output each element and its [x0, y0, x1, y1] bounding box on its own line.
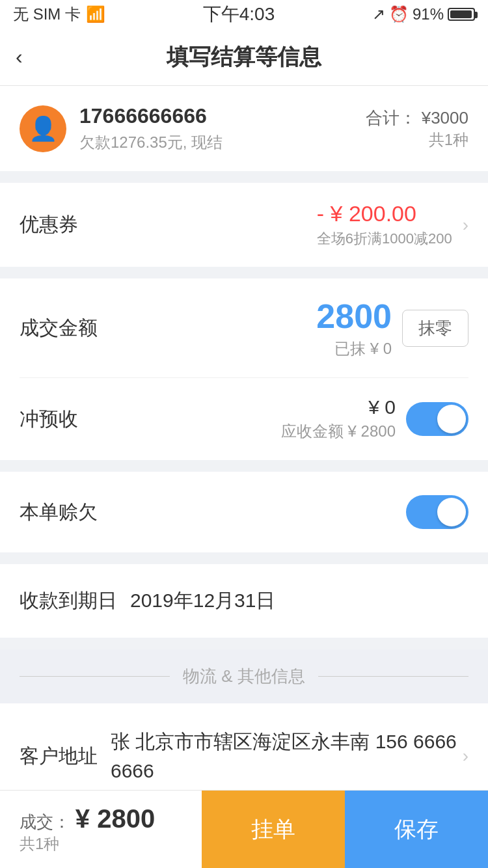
footer-deal-amount: ¥ 2800	[75, 804, 155, 833]
coupon-section: 优惠券 - ¥ 200.00 全场6折满1000减200 ›	[0, 183, 488, 267]
customer-debt: 欠款1276.35元, 现结	[79, 132, 223, 153]
wifi-icon: 📶	[86, 5, 105, 23]
nav-bar: ‹ 填写结算等信息	[0, 29, 488, 86]
due-row: 收款到期日 2019年12月31日	[20, 564, 468, 638]
divider-line-left	[20, 676, 170, 677]
avatar-icon: 👤	[29, 115, 58, 142]
prepay-toggle[interactable]	[406, 402, 468, 436]
round-button[interactable]: 抹零	[402, 310, 468, 347]
transaction-label: 成交金额	[20, 315, 98, 342]
footer-info: 成交： ¥ 2800 共1种	[0, 804, 202, 854]
status-left: 无 SIM 卡 📶	[13, 4, 105, 25]
due-date-value: 2019年12月31日	[130, 588, 275, 614]
coupon-label: 优惠券	[20, 211, 78, 238]
debit-toggle[interactable]	[406, 495, 468, 529]
avatar: 👤	[20, 105, 66, 152]
footer-deal-label: 成交：	[20, 812, 70, 832]
logistics-divider: 物流 & 其他信息	[0, 649, 488, 703]
address-value: 张 北京市市辖区海淀区永丰南 156 6666 6666	[111, 727, 463, 785]
address-chevron-icon: ›	[463, 746, 468, 766]
debit-section: 本单赊欠	[0, 472, 488, 552]
prepay-label: 冲预收	[20, 406, 78, 433]
footer-deal-row: 成交： ¥ 2800	[20, 804, 182, 834]
location-icon: ↗	[372, 5, 385, 23]
battery-percent: 91%	[413, 5, 444, 23]
amount-section: 成交金额 2800 已抹 ¥ 0 抹零 冲预收 ¥ 0 应收金额 ¥ 2800	[0, 278, 488, 460]
total-amount: ¥3000	[422, 108, 468, 128]
prepay-amount: ¥ 0	[281, 396, 396, 418]
alarm-icon: ⏰	[389, 5, 409, 23]
customer-info: 17666666666 欠款1276.35元, 现结	[79, 104, 223, 153]
debit-label: 本单赊欠	[20, 499, 98, 526]
total-label: 合计： ¥3000	[366, 107, 468, 129]
divider-line-right	[318, 676, 468, 677]
total-count: 共1种	[366, 129, 468, 150]
page-title: 填写结算等信息	[167, 42, 321, 72]
status-right: ↗ ⏰ 91%	[372, 5, 475, 23]
coupon-right: - ¥ 200.00 全场6折满1000减200 ›	[317, 201, 468, 249]
transaction-right: 2800 已抹 ¥ 0 抹零	[316, 297, 468, 359]
prepay-right: ¥ 0 应收金额 ¥ 2800	[281, 396, 468, 442]
carrier-text: 无 SIM 卡	[13, 4, 81, 25]
prepay-info: ¥ 0 应收金额 ¥ 2800	[281, 396, 396, 442]
transaction-amount-row: 成交金额 2800 已抹 ¥ 0 抹零	[20, 278, 468, 378]
debit-row: 本单赊欠	[20, 472, 468, 552]
chevron-right-icon: ›	[463, 215, 468, 236]
due-label: 收款到期日	[20, 588, 117, 614]
due-section: 收款到期日 2019年12月31日	[0, 564, 488, 638]
back-button[interactable]: ‹	[16, 45, 23, 69]
customer-card: 👤 17666666666 欠款1276.35元, 现结 合计： ¥3000 共…	[0, 86, 488, 171]
prepay-desc: 应收金额 ¥ 2800	[281, 421, 396, 442]
transaction-sub: 已抹 ¥ 0	[316, 338, 392, 359]
footer: 成交： ¥ 2800 共1种 挂单 保存	[0, 790, 488, 868]
customer-phone: 17666666666	[79, 104, 223, 128]
main-content: 👤 17666666666 欠款1276.35元, 现结 合计： ¥3000 共…	[0, 86, 488, 868]
address-label: 客户地址	[20, 743, 98, 770]
coupon-amount: - ¥ 200.00	[317, 201, 452, 226]
hold-button[interactable]: 挂单	[202, 791, 345, 869]
customer-left: 👤 17666666666 欠款1276.35元, 现结	[20, 104, 223, 153]
battery-icon	[448, 8, 475, 21]
coupon-desc: 全场6折满1000减200	[317, 229, 452, 249]
logistics-label: 物流 & 其他信息	[183, 665, 305, 688]
prepay-row: 冲预收 ¥ 0 应收金额 ¥ 2800	[20, 378, 468, 460]
coupon-row[interactable]: 优惠券 - ¥ 200.00 全场6折满1000减200 ›	[0, 183, 488, 267]
status-bar: 无 SIM 卡 📶 下午4:03 ↗ ⏰ 91%	[0, 0, 488, 29]
customer-right: 合计： ¥3000 共1种	[366, 107, 468, 150]
transaction-value: 2800	[316, 297, 392, 336]
status-time: 下午4:03	[203, 2, 275, 27]
footer-deal-count: 共1种	[20, 834, 182, 854]
save-button[interactable]: 保存	[345, 791, 488, 869]
